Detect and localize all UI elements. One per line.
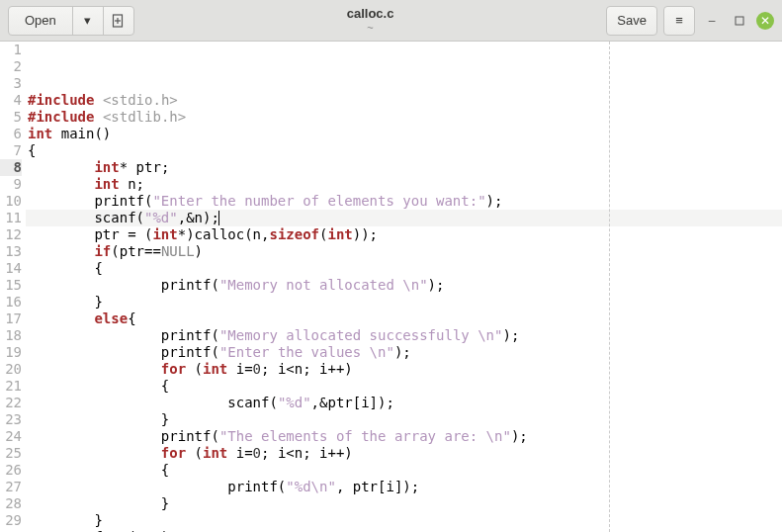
line-number: 9 bbox=[0, 176, 22, 193]
line-number: 14 bbox=[0, 260, 22, 277]
code-line[interactable]: printf("Enter the number of elements you… bbox=[26, 193, 782, 210]
token-txt bbox=[28, 310, 94, 326]
line-number: 25 bbox=[0, 445, 22, 462]
save-button[interactable]: Save bbox=[606, 6, 657, 36]
token-txt: } bbox=[28, 294, 103, 310]
line-number: 13 bbox=[0, 243, 22, 260]
titlebar: Open ▾ calloc.c ~ Save ≡ – ✕ bbox=[0, 0, 782, 42]
code-line[interactable]: int* ptr; bbox=[26, 159, 782, 176]
titlebar-right-group: Save ≡ – ✕ bbox=[606, 6, 774, 36]
code-line[interactable]: else{ bbox=[26, 310, 782, 327]
open-recent-button[interactable]: ▾ bbox=[72, 6, 104, 36]
token-inc: <stdlib.h> bbox=[103, 109, 186, 125]
minimize-button[interactable]: – bbox=[701, 10, 723, 32]
token-txt: { bbox=[28, 260, 103, 276]
maximize-icon bbox=[735, 16, 744, 26]
code-line[interactable]: { bbox=[26, 378, 782, 395]
line-number: 16 bbox=[0, 294, 22, 310]
titlebar-center: calloc.c ~ bbox=[140, 7, 601, 33]
code-line[interactable]: printf("Memory allocated successfully \n… bbox=[26, 327, 782, 344]
token-txt: ); bbox=[486, 193, 503, 209]
chevron-down-icon: ▾ bbox=[84, 13, 91, 28]
line-number: 6 bbox=[0, 126, 22, 142]
line-number: 15 bbox=[0, 277, 22, 294]
line-number: 24 bbox=[0, 428, 22, 445]
close-button[interactable]: ✕ bbox=[756, 12, 774, 30]
text-cursor bbox=[218, 211, 219, 225]
token-txt bbox=[28, 361, 161, 377]
token-txt bbox=[28, 159, 94, 175]
token-txt: ); bbox=[502, 327, 519, 343]
minimize-icon: – bbox=[709, 14, 716, 28]
token-txt: } bbox=[28, 512, 103, 528]
token-txt: ptr = ( bbox=[28, 226, 152, 242]
document-title: calloc.c bbox=[347, 7, 394, 21]
token-txt: * ptr; bbox=[120, 159, 170, 175]
token-txt: ; i<n; i++) bbox=[261, 361, 353, 377]
token-str: "%d" bbox=[144, 210, 178, 225]
token-str: "Memory not allocated \n" bbox=[219, 277, 428, 293]
token-kw: int bbox=[28, 126, 52, 141]
token-str: "Enter the values \n" bbox=[219, 344, 394, 360]
hamburger-menu-button[interactable]: ≡ bbox=[663, 6, 695, 36]
code-line[interactable]: if(ptr==NULL) bbox=[26, 243, 782, 260]
code-line[interactable]: #include <stdio.h> bbox=[26, 92, 782, 109]
maximize-button[interactable] bbox=[729, 10, 750, 32]
token-txt: printf( bbox=[28, 344, 219, 360]
token-kw: for bbox=[161, 445, 186, 461]
token-txt: printf( bbox=[28, 277, 219, 293]
token-txt: } bbox=[28, 411, 169, 427]
code-line[interactable]: int n; bbox=[26, 176, 782, 193]
code-line[interactable]: } bbox=[26, 495, 782, 512]
token-txt: ( bbox=[186, 445, 203, 461]
line-number: 2 bbox=[0, 58, 22, 75]
code-line[interactable]: for (int i=0; i<n; i++) bbox=[26, 445, 782, 462]
code-line[interactable]: { bbox=[26, 142, 782, 159]
token-txt: { bbox=[28, 378, 169, 394]
code-line[interactable]: printf("Memory not allocated \n"); bbox=[26, 277, 782, 294]
editor-area[interactable]: 1234567891011121314151617181920212223242… bbox=[0, 42, 782, 532]
code-line[interactable]: { bbox=[26, 462, 782, 479]
code-line[interactable]: scanf("%d",&n); bbox=[26, 210, 782, 226]
token-str: "Memory allocated successfully \n" bbox=[219, 327, 503, 343]
token-str: "%d" bbox=[278, 395, 311, 410]
line-number-gutter: 1234567891011121314151617181920212223242… bbox=[0, 42, 26, 532]
line-number: 22 bbox=[0, 395, 22, 411]
token-txt: *)calloc(n, bbox=[178, 226, 270, 242]
line-number: 17 bbox=[0, 310, 22, 327]
code-line[interactable]: printf("%d\n", ptr[i]); bbox=[26, 479, 782, 495]
code-line[interactable]: int main() bbox=[26, 126, 782, 142]
code-line[interactable]: } bbox=[26, 411, 782, 428]
code-line[interactable]: scanf("%d",&ptr[i]); bbox=[26, 395, 782, 411]
code-line[interactable]: } bbox=[26, 294, 782, 310]
token-txt: ); bbox=[394, 344, 411, 360]
code-line[interactable]: printf("The elements of the array are: \… bbox=[26, 428, 782, 445]
token-num: 0 bbox=[253, 445, 261, 461]
token-txt: ); bbox=[511, 428, 528, 444]
token-kw: else bbox=[94, 310, 128, 326]
code-line[interactable]: ptr = (int*)calloc(n,sizeof(int)); bbox=[26, 226, 782, 243]
line-number: 4 bbox=[0, 92, 22, 109]
token-txt: printf( bbox=[28, 193, 152, 209]
token-kw: int bbox=[94, 159, 119, 175]
token-inc: <stdio.h> bbox=[103, 92, 178, 108]
line-number: 18 bbox=[0, 327, 22, 344]
code-view[interactable]: #include <stdio.h>#include <stdlib.h>int… bbox=[26, 42, 782, 532]
token-txt: ,&ptr[i]); bbox=[311, 395, 394, 410]
line-number: 5 bbox=[0, 109, 22, 126]
token-txt: { bbox=[28, 462, 169, 478]
code-line[interactable]: printf("Enter the values \n"); bbox=[26, 344, 782, 361]
new-document-icon bbox=[112, 14, 126, 28]
line-number: 20 bbox=[0, 361, 22, 378]
new-tab-button[interactable] bbox=[103, 6, 134, 36]
code-line[interactable]: { bbox=[26, 260, 782, 277]
line-number: 29 bbox=[0, 512, 22, 529]
line-number: 1 bbox=[0, 42, 22, 58]
code-line[interactable]: #include <stdlib.h> bbox=[26, 109, 782, 126]
token-null: NULL bbox=[161, 243, 195, 259]
open-button[interactable]: Open bbox=[8, 6, 73, 36]
code-line[interactable]: for (int i=0; i<n; i++) bbox=[26, 361, 782, 378]
code-line[interactable]: } bbox=[26, 512, 782, 529]
token-kw: int bbox=[327, 226, 352, 242]
svg-rect-3 bbox=[736, 17, 743, 25]
